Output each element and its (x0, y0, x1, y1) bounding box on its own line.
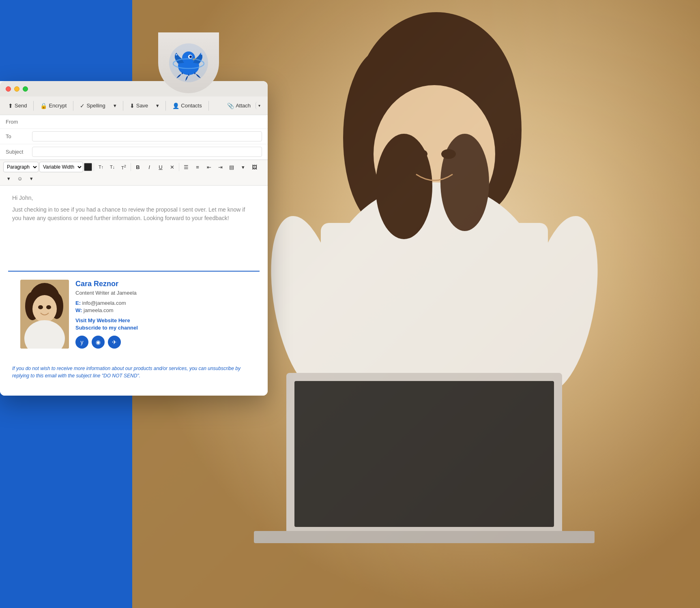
encrypt-label: Encrypt (49, 103, 67, 109)
attach-chevron-icon: ▾ (258, 103, 260, 108)
numbered-list-icon: ≡ (196, 164, 199, 170)
thunderbird-logo-icon (168, 43, 209, 83)
contacts-icon: 👤 (172, 103, 179, 109)
increase-font-button[interactable]: T↑ (96, 162, 106, 172)
save-chevron-icon: ▾ (156, 103, 159, 109)
indent-less-icon: ⇤ (207, 164, 211, 170)
signature-email: E: info@jameela.com (75, 300, 247, 306)
svg-rect-16 (254, 531, 595, 543)
from-row: From (0, 115, 268, 129)
spelling-icon: ✓ (80, 103, 85, 109)
align-button[interactable]: ▤ (226, 162, 237, 172)
bg-left-bottom (0, 369, 134, 608)
subject-label: Subject (6, 149, 32, 155)
signature-links: Visit My Website Here Subscride to my ch… (75, 317, 247, 331)
attach-button[interactable]: 📎 Attach (224, 101, 254, 111)
window-bottom (0, 387, 268, 396)
underline-button[interactable]: U (155, 162, 166, 172)
subject-input[interactable] (32, 147, 262, 157)
emoji-dropdown[interactable]: ▾ (26, 173, 37, 184)
signature-link1[interactable]: Visit My Website Here (75, 317, 247, 323)
decrease-font-icon: T↓ (110, 165, 115, 169)
text-color-swatch[interactable] (84, 163, 92, 171)
send-button[interactable]: ⬆ Send (5, 101, 30, 111)
signature-title: Content Writer at Jameela (75, 290, 247, 296)
contacts-label: Contacts (181, 103, 202, 109)
clear-format-button[interactable]: ✕ (167, 162, 177, 172)
toolbar-separator-3 (123, 101, 123, 111)
svg-point-13 (441, 149, 456, 159)
signature-info: Cara Reznor Content Writer at Jameela E:… (75, 280, 247, 349)
email-signature: Cara Reznor Content Writer at Jameela E:… (8, 271, 260, 357)
save-button[interactable]: ⬇ Save (127, 101, 152, 111)
svg-point-11 (440, 134, 489, 231)
signature-name: Cara Reznor (75, 280, 247, 288)
encrypt-icon: 🔒 (40, 103, 47, 109)
superscript-button[interactable]: T2 (118, 162, 129, 172)
increase-font-icon: T↑ (99, 165, 103, 169)
bg-left-top (0, 0, 134, 81)
align-icon: ▤ (229, 164, 234, 170)
instagram-icon[interactable]: ◉ (92, 336, 105, 349)
email-fields: From To Subject (0, 115, 268, 160)
align-chevron-icon: ▾ (242, 164, 245, 170)
attach-label: Attach (236, 103, 251, 109)
insert-image-button[interactable]: 🖼 (249, 162, 260, 172)
spelling-dropdown[interactable]: ▾ (110, 101, 120, 110)
email-greeting: Hi John, (12, 194, 256, 202)
attach-icon: 📎 (227, 103, 234, 109)
signature-social: y ◉ ✈ (75, 336, 247, 349)
send-label: Send (15, 103, 27, 109)
bold-icon: B (136, 164, 140, 170)
attach-dropdown[interactable]: ▾ (256, 102, 263, 109)
indent-less-button[interactable]: ⇤ (204, 162, 214, 172)
yelp-icon[interactable]: y (75, 336, 88, 349)
window-chrome (0, 81, 268, 96)
encrypt-button[interactable]: 🔒 Encrypt (37, 101, 70, 111)
email-body[interactable]: Hi John, Just checking in to see if you … (0, 186, 268, 267)
tripadvisor-icon[interactable]: ✈ (108, 336, 121, 349)
spelling-button[interactable]: ✓ Spelling (77, 101, 108, 111)
insert-emoji-button[interactable]: ☺ (15, 173, 25, 184)
thunderbird-logo-badge (158, 32, 219, 93)
close-button[interactable] (6, 86, 11, 92)
signature-photo (20, 280, 69, 349)
email-paragraph: Just checking in to see if you had a cha… (12, 206, 256, 223)
emoji-chevron-icon: ▾ (30, 176, 33, 182)
decrease-font-button[interactable]: T↓ (107, 162, 118, 172)
font-size-select[interactable]: Variable Width (39, 162, 83, 172)
clear-format-icon: ✕ (170, 164, 174, 170)
contacts-button[interactable]: 👤 Contacts (169, 101, 205, 111)
save-dropdown[interactable]: ▾ (153, 101, 162, 110)
minimize-button[interactable] (14, 86, 19, 92)
svg-point-21 (189, 56, 192, 58)
save-label: Save (136, 103, 148, 109)
emoji-icon: ☺ (17, 176, 22, 182)
insert-image-icon: 🖼 (252, 164, 257, 170)
svg-point-23 (176, 54, 177, 56)
svg-point-29 (32, 295, 57, 323)
svg-point-10 (376, 134, 432, 239)
italic-icon: I (148, 164, 150, 170)
indent-more-icon: ⇥ (218, 164, 223, 170)
svg-point-24 (201, 53, 202, 55)
signature-link2[interactable]: Subscride to my channel (75, 325, 247, 331)
italic-button[interactable]: I (144, 162, 155, 172)
image-dropdown[interactable]: ▾ (3, 173, 14, 184)
from-label: From (6, 119, 32, 125)
numbered-list-button[interactable]: ≡ (192, 162, 203, 172)
format-toolbar: Paragraph Variable Width T↑ T↓ T2 B I U … (0, 160, 268, 186)
paragraph-style-select[interactable]: Paragraph (3, 162, 39, 172)
toolbar-separator-1 (33, 101, 34, 111)
indent-more-button[interactable]: ⇥ (215, 162, 225, 172)
svg-rect-15 (294, 381, 554, 527)
bullet-list-button[interactable]: ☰ (181, 162, 191, 172)
align-dropdown[interactable]: ▾ (238, 162, 248, 172)
to-input[interactable] (32, 131, 262, 141)
maximize-button[interactable] (23, 86, 28, 92)
spelling-label: Spelling (86, 103, 105, 109)
superscript-icon: T2 (121, 164, 126, 170)
email-disclaimer: If you do not wish to receive more infor… (0, 361, 268, 387)
send-icon: ⬆ (8, 103, 13, 109)
bold-button[interactable]: B (133, 162, 143, 172)
